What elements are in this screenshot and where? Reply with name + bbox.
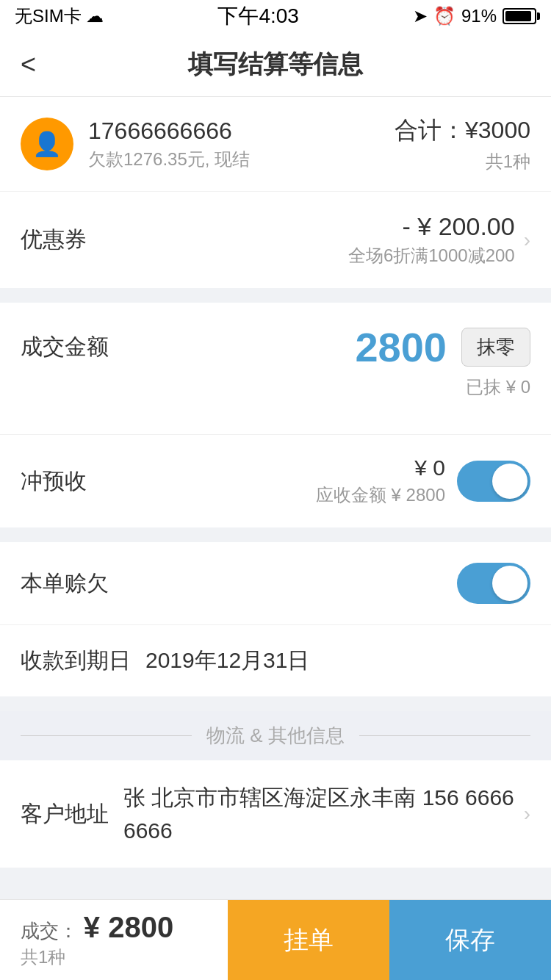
coupon-amount: - ¥ 200.00 (348, 212, 515, 241)
prereceive-right: ¥ 0 应收金额 ¥ 2800 (316, 455, 530, 507)
duedate-label: 收款到期日 (21, 646, 131, 676)
amount-value: 2800 (355, 323, 447, 371)
prereceive-toggle[interactable] (457, 461, 530, 502)
toggle-knob (492, 464, 527, 499)
amount-sub-text: 已抹 ¥ 0 (21, 375, 530, 399)
amount-value-group: 2800 抹零 (355, 323, 530, 371)
amount-row-container: 成交金额 2800 抹零 已抹 ¥ 0 (0, 303, 551, 419)
bottom-summary-count: 共1种 (21, 945, 207, 969)
user-total-amount: 合计：¥3000 (395, 115, 530, 147)
status-left: 无SIM卡 ☁ (15, 4, 104, 28)
coupon-label: 优惠券 (21, 225, 87, 255)
save-button[interactable]: 保存 (389, 900, 551, 981)
coupon-value: - ¥ 200.00 全场6折满1000减200 (348, 212, 515, 267)
duedate-row: 收款到期日 2019年12月31日 (0, 624, 551, 696)
address-section: 客户地址 张 北京市市辖区海淀区永丰南 156 6666 6666 › (0, 760, 551, 868)
prereceive-sub: 应收金额 ¥ 2800 (316, 483, 445, 507)
bottom-bar: 成交： ¥ 2800 共1种 挂单 保存 (0, 899, 551, 980)
hold-button[interactable]: 挂单 (228, 900, 389, 981)
debt-toggle[interactable] (457, 563, 530, 604)
address-chevron-icon: › (524, 802, 530, 826)
content: 👤 17666666666 欠款1276.35元, 现结 合计：¥3000 共1… (0, 97, 551, 980)
debt-toggle-knob (492, 566, 527, 601)
status-time: 下午4:03 (217, 2, 299, 30)
prereceive-value: ¥ 0 应收金额 ¥ 2800 (316, 455, 445, 507)
amount-label: 成交金额 (21, 332, 109, 362)
chevron-right-icon: › (524, 228, 530, 252)
user-info-section: 👤 17666666666 欠款1276.35元, 现结 合计：¥3000 共1… (0, 97, 551, 288)
battery-percent: 91% (461, 6, 497, 26)
sim-label: 无SIM卡 ☁ (15, 4, 104, 28)
logistics-divider-text: 物流 & 其他信息 (206, 723, 345, 749)
address-value: 张 北京市市辖区海淀区永丰南 156 6666 6666 (123, 781, 524, 847)
location-icon: ➤ (413, 6, 428, 26)
divider-line-left (21, 735, 192, 736)
eraser-button[interactable]: 抹零 (461, 328, 530, 367)
status-right: ➤ ⏰ 91% (413, 6, 536, 26)
prereceive-amount: ¥ 0 (316, 455, 445, 480)
back-button[interactable]: < (21, 49, 36, 80)
status-bar: 无SIM卡 ☁ 下午4:03 ➤ ⏰ 91% (0, 0, 551, 32)
bottom-summary-label: 成交： (21, 920, 78, 942)
user-info: 17666666666 欠款1276.35元, 现结 (88, 118, 395, 171)
battery-icon (503, 8, 536, 24)
alarm-icon: ⏰ (433, 6, 455, 26)
prereceive-row: 冲预收 ¥ 0 应收金额 ¥ 2800 (0, 434, 551, 527)
duedate-value: 2019年12月31日 (145, 646, 309, 676)
nav-bar: < 填写结算等信息 (0, 32, 551, 97)
user-sub-text: 欠款1276.35元, 现结 (88, 148, 395, 171)
user-row: 👤 17666666666 欠款1276.35元, 现结 合计：¥3000 共1… (0, 97, 551, 191)
coupon-row[interactable]: 优惠券 - ¥ 200.00 全场6折满1000减200 › (0, 191, 551, 288)
user-phone: 17666666666 (88, 118, 395, 145)
deal-amount-section: 成交金额 2800 抹零 已抹 ¥ 0 冲预收 ¥ 0 应收金额 ¥ 2800 (0, 303, 551, 527)
bottom-summary-label-row: 成交： ¥ 2800 (21, 911, 207, 944)
logistics-divider: 物流 & 其他信息 (0, 711, 551, 760)
divider-line-right (359, 735, 530, 736)
avatar: 👤 (21, 118, 73, 170)
address-row[interactable]: 客户地址 张 北京市市辖区海淀区永丰南 156 6666 6666 › (0, 760, 551, 868)
bottom-summary-amount: ¥ 2800 (84, 911, 173, 943)
user-total: 合计：¥3000 共1种 (395, 115, 530, 173)
prereceive-label: 冲预收 (21, 466, 87, 497)
debt-label: 本单赊欠 (21, 569, 109, 599)
amount-row: 成交金额 2800 抹零 (21, 323, 530, 371)
address-label: 客户地址 (21, 799, 109, 829)
battery-fill (505, 11, 531, 21)
user-total-count: 共1种 (395, 150, 530, 173)
page-title: 填写结算等信息 (188, 48, 363, 82)
coupon-sub: 全场6折满1000减200 (348, 244, 515, 267)
bottom-summary: 成交： ¥ 2800 共1种 (0, 911, 228, 969)
debt-section: 本单赊欠 收款到期日 2019年12月31日 (0, 542, 551, 696)
coupon-right: - ¥ 200.00 全场6折满1000减200 › (348, 212, 530, 267)
debt-row: 本单赊欠 (0, 542, 551, 624)
